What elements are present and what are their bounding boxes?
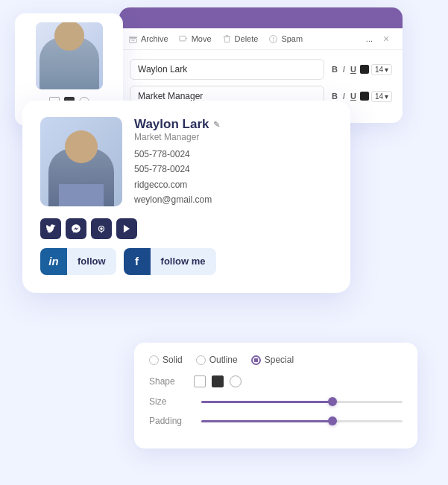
more-button[interactable]: ... [366,34,373,43]
shape-label: Shape [149,376,194,387]
padding-slider[interactable] [201,420,403,422]
svg-rect-4 [224,37,230,42]
special-radio-circle [251,355,261,365]
social-icons-row [40,218,332,239]
trash-icon [222,34,232,44]
italic-button[interactable]: I [341,64,347,75]
size-slider-thumb[interactable] [328,397,337,406]
messenger-icon [71,224,81,234]
shape-settings-row: Shape [149,375,403,387]
settings-circle-option[interactable] [230,375,242,387]
settings-filled-square-option[interactable] [212,375,224,387]
italic-button-2[interactable]: I [341,91,347,101]
podcast-icon-button[interactable] [91,218,112,239]
editor-header-bar [119,7,403,28]
signature-name: Waylon Lark ✎ [134,117,332,132]
padding-settings-row: Padding [149,416,403,426]
outline-radio[interactable]: Outline [196,355,238,365]
svg-rect-0 [129,37,137,38]
play-icon-button[interactable] [116,218,137,239]
svg-point-9 [273,40,274,41]
name-format-bar: B I U 14 ▾ [330,64,392,75]
avatar-preview [36,22,103,89]
underline-button[interactable]: U [349,64,358,75]
linkedin-platform-icon: in [40,248,67,275]
signature-info: Waylon Lark ✎ Market Manager 505-778-002… [134,117,332,208]
style-radio-group: Solid Outline Special [149,355,403,365]
special-radio[interactable]: Special [251,355,294,365]
settings-card: Solid Outline Special Shape Size Padding [134,343,417,448]
move-icon [179,34,189,44]
email: weylon@gmail.com [134,192,332,207]
linkedin-cta-label: follow [67,248,116,275]
spam-icon [268,34,278,44]
svg-point-10 [100,227,103,230]
signature-details: 505-778-0024 505-778-0024 ridgecco.com w… [134,147,332,208]
signature-avatar [40,117,122,206]
bold-button-2[interactable]: B [330,91,339,101]
signature-inner: Waylon Lark ✎ Market Manager 505-778-002… [40,117,332,208]
phone-1: 505-778-0024 [134,147,332,162]
svg-rect-3 [180,36,186,41]
play-icon [122,224,132,234]
name-field-row: B I U 14 ▾ [130,59,392,80]
padding-label: Padding [149,416,194,426]
podcast-icon [96,224,107,234]
shape-selectors [194,375,242,387]
facebook-platform-icon: f [124,248,151,275]
linkedin-cta-button[interactable]: in follow [40,248,116,275]
signature-title: Market Manager [134,132,332,142]
settings-square-option[interactable] [194,375,206,387]
underline-button-2[interactable]: U [349,91,358,101]
size-slider-fill [201,401,332,403]
font-size-selector[interactable]: 14 ▾ [371,64,392,75]
size-label: Size [149,396,194,407]
size-settings-row: Size [149,396,403,407]
outline-radio-circle [196,355,206,365]
signature-card: Waylon Lark ✎ Market Manager 505-778-002… [22,101,350,293]
archive-button[interactable]: Archive [128,34,168,44]
svg-marker-13 [124,224,130,232]
solid-radio-circle [149,355,159,365]
facebook-cta-label: follow me [151,248,216,275]
twitter-icon [45,224,56,234]
move-button[interactable]: Move [179,34,212,44]
facebook-cta-button[interactable]: f follow me [124,248,216,275]
messenger-icon-button[interactable] [66,218,86,239]
spam-button[interactable]: Spam [268,34,303,44]
archive-icon [128,34,138,44]
edit-name-icon[interactable]: ✎ [213,120,220,130]
twitter-icon-button[interactable] [40,218,61,239]
phone-2: 505-778-0024 [134,162,332,177]
padding-slider-thumb[interactable] [328,416,337,425]
name-input[interactable] [130,59,324,80]
close-button[interactable]: × [383,34,394,44]
size-slider[interactable] [201,401,403,403]
delete-button[interactable]: Delete [222,34,259,44]
bold-button[interactable]: B [330,64,339,75]
website: ridgecco.com [134,177,332,192]
solid-radio[interactable]: Solid [149,355,183,365]
color-picker[interactable] [360,65,369,74]
title-format-bar: B I U 14 ▾ [330,91,392,102]
color-picker-2[interactable] [360,92,369,101]
editor-toolbar: Archive Move Delete Spam [119,28,403,50]
font-size-selector-2[interactable]: 14 ▾ [371,91,392,102]
padding-slider-fill [201,420,332,422]
cta-buttons-row: in follow f follow me [40,248,332,275]
